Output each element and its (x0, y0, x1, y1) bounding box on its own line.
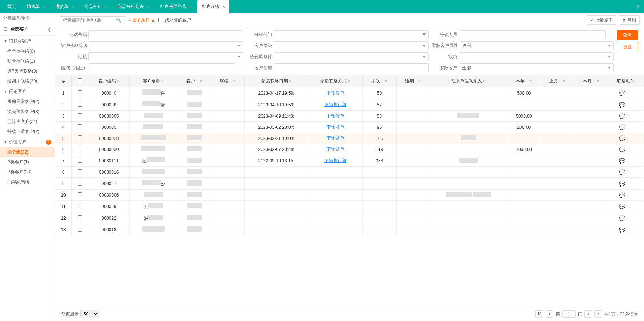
action-message-icon[interactable]: 💬 (619, 124, 625, 130)
nav-tab-purchase[interactable]: 进货单 × (51, 0, 78, 13)
sort-icon-date[interactable]: ⇅ (289, 79, 292, 83)
action-message-icon[interactable]: 💬 (619, 227, 625, 233)
sort-icon-partner[interactable]: ⇅ (483, 79, 486, 83)
row-checkbox[interactable] (78, 169, 82, 174)
query-button[interactable]: 查询 (617, 30, 638, 40)
row-checkbox[interactable] (78, 181, 82, 186)
filter-select-nature[interactable] (88, 52, 243, 61)
filter-select-grade[interactable] (274, 41, 429, 50)
row-checkbox[interactable] (78, 192, 82, 197)
last-way-link[interactable]: 下销货单 (327, 124, 344, 130)
window-close-button[interactable]: × (635, 2, 641, 11)
filter-search-icon[interactable]: 🔍 (116, 18, 122, 23)
last-way-link[interactable]: 下销售订单 (324, 102, 346, 107)
first-page-button[interactable]: K (535, 310, 543, 318)
nav-tab-customer-contact-close[interactable]: × (222, 4, 225, 9)
select-all-checkbox[interactable] (78, 78, 82, 83)
filter-input-person[interactable] (459, 30, 606, 39)
sidebar-item-a-class[interactable]: A类客户(1) (0, 157, 55, 167)
nav-tab-purchase-close[interactable]: × (71, 4, 74, 9)
sidebar-item-declining[interactable]: 持续下滑客户(2) (0, 127, 55, 137)
my-customers-checkbox[interactable]: 我分管的客户 (158, 17, 191, 23)
cell-checkbox[interactable] (72, 155, 88, 167)
action-more-icon[interactable]: ⋮ (627, 90, 633, 96)
last-way-link[interactable]: 下销货单 (327, 147, 344, 152)
sort-icon-overdue[interactable]: ⇅ (418, 79, 421, 83)
nav-tab-sales-close[interactable]: × (43, 4, 45, 9)
next-page-button[interactable]: > (584, 310, 592, 318)
cell-checkbox[interactable] (72, 111, 88, 122)
filter-input-phone[interactable] (88, 30, 243, 39)
action-message-icon[interactable]: 💬 (619, 192, 625, 198)
row-checkbox[interactable] (78, 158, 82, 163)
action-more-icon[interactable]: ⋮ (627, 192, 633, 198)
filter-input-region[interactable] (89, 63, 235, 72)
filter-select-retail-attr[interactable]: 全部 (460, 41, 614, 50)
cell-checkbox[interactable] (72, 99, 88, 111)
row-checkbox[interactable] (78, 135, 82, 140)
nav-tab-product-list[interactable]: 商品分析列表 × (113, 0, 154, 13)
action-more-icon[interactable]: ⋮ (627, 227, 633, 233)
prev-page-button[interactable]: < (546, 310, 553, 318)
nav-tab-home[interactable]: 首页 (3, 0, 21, 13)
action-message-icon[interactable]: 💬 (619, 158, 625, 164)
nav-tab-customer-contact[interactable]: 客户联络 × (197, 0, 229, 13)
more-filter-button[interactable]: ▿ 更多条件 ▲ (129, 17, 155, 23)
filter-dots-person[interactable]: ··· (607, 32, 614, 37)
row-checkbox[interactable] (78, 102, 82, 107)
sidebar-group-value[interactable]: ▼ 价值客户 ! (0, 137, 55, 147)
last-way-link[interactable]: 下销售订单 (324, 158, 346, 163)
batch-ops-button[interactable]: ✓ 批量操作 (587, 15, 616, 25)
cell-checkbox[interactable] (72, 87, 88, 99)
nav-tab-product-list-close[interactable]: × (147, 4, 149, 9)
filter-select-retail[interactable]: 全部 (459, 63, 614, 72)
filter-dots-region[interactable]: ··· (237, 65, 243, 70)
row-checkbox[interactable] (78, 227, 82, 232)
action-more-icon[interactable]: ⋮ (627, 135, 633, 141)
sort-icon-way[interactable]: ⇅ (348, 79, 351, 83)
last-page-button[interactable]: > (594, 310, 602, 318)
my-customers-check[interactable] (158, 18, 163, 22)
th-checkbox[interactable] (72, 75, 88, 87)
row-checkbox[interactable] (78, 124, 82, 129)
sidebar-group-problem[interactable]: ▼ 问题客户 (0, 86, 55, 97)
cell-checkbox[interactable] (72, 212, 88, 224)
action-message-icon[interactable]: 💬 (619, 113, 625, 119)
sidebar-item-churn-warning[interactable]: 流失预警客户(3) (0, 107, 55, 117)
cell-checkbox[interactable] (72, 122, 88, 133)
nav-tab-customer-tier-close[interactable]: × (189, 4, 191, 9)
action-message-icon[interactable]: 💬 (619, 102, 625, 108)
row-checkbox[interactable] (78, 113, 82, 118)
sidebar-item-churned[interactable]: 已流失客户(24) (0, 117, 55, 127)
sidebar-item-today-pending[interactable]: 今天待联络(0) (0, 46, 55, 56)
sidebar-item-abnormal[interactable]: 囤购异常客户(2) (0, 97, 55, 107)
action-more-icon[interactable]: ⋮ (627, 113, 633, 119)
th-settings[interactable]: ⚙ (55, 75, 72, 87)
cell-checkbox[interactable] (72, 167, 88, 178)
action-more-icon[interactable]: ⋮ (627, 124, 633, 130)
cell-checkbox[interactable] (72, 224, 88, 235)
page-size-select[interactable]: 50 100 (80, 310, 99, 318)
last-way-link[interactable]: 下销货单 (327, 113, 344, 119)
filter-select-price-grade[interactable] (89, 41, 243, 50)
collapse-icon[interactable]: ❮ (47, 27, 51, 32)
action-more-icon[interactable]: ⋮ (627, 169, 633, 175)
action-more-icon[interactable]: ⋮ (627, 215, 633, 221)
sidebar-search-input[interactable] (3, 15, 55, 21)
sidebar-group-pending[interactable]: ▼ 待联络客户 (0, 36, 55, 46)
cell-checkbox[interactable] (72, 190, 88, 201)
nav-tab-product-analysis[interactable]: 商品分析 × (80, 0, 112, 13)
last-way-link[interactable]: 下销货单 (327, 90, 344, 95)
sort-icon-year[interactable]: ⇅ (529, 79, 532, 83)
filter-search-input[interactable] (63, 18, 115, 23)
action-more-icon[interactable]: ⋮ (627, 102, 633, 108)
sidebar-item-tomorrow-pending[interactable]: 明天待联络(1) (0, 56, 55, 66)
row-checkbox[interactable] (78, 204, 82, 208)
filter-select-status[interactable] (459, 52, 614, 61)
cell-checkbox[interactable] (72, 133, 88, 144)
sidebar-all-customers[interactable]: ☷ 全部客户 ❮ (0, 23, 55, 36)
action-more-icon[interactable]: ⋮ (627, 204, 633, 209)
row-checkbox[interactable] (78, 215, 82, 220)
cell-checkbox[interactable] (72, 144, 88, 155)
sidebar-item-overdue[interactable]: 逾期未联络(30) (0, 76, 55, 86)
